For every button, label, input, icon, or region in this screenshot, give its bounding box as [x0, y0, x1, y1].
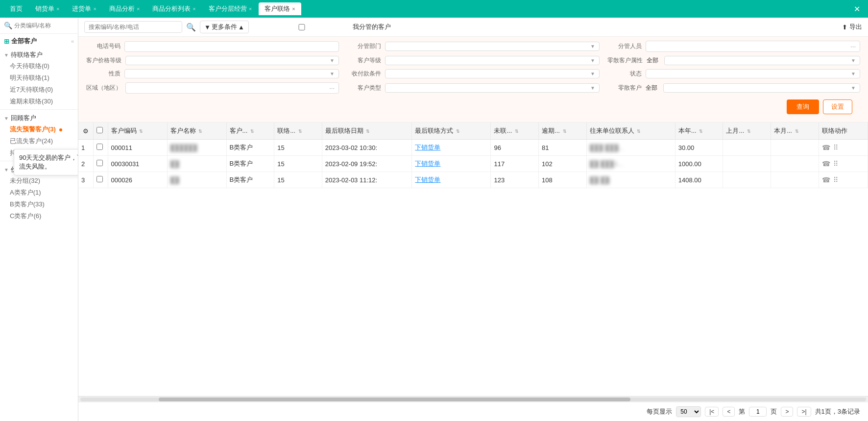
select-all-checkbox[interactable] [96, 127, 103, 133]
window-close-icon[interactable]: ✕ [850, 4, 864, 14]
close-icon[interactable]: × [249, 6, 252, 12]
sidebar-search-input[interactable] [14, 22, 78, 29]
sidebar-item-churn-warning[interactable]: 流失预警客户(3) [0, 124, 78, 135]
nav-tab-analysis[interactable]: 商品分析 × [103, 2, 145, 15]
contact-action-icon[interactable]: ☎ [822, 176, 830, 184]
export-button[interactable]: ⬆ 导出 [842, 23, 862, 31]
sort-icon[interactable]: ⇅ [563, 129, 567, 134]
row-this-month [771, 156, 819, 172]
row-checkbox[interactable] [96, 144, 103, 150]
row-last-month [723, 156, 771, 172]
person-select[interactable]: ··· [646, 41, 860, 52]
filter-row-1: 电话号码 分管部门 ▼ 分管人员 ··· [86, 41, 860, 52]
col-type: 客户... ⇅ [226, 123, 274, 140]
sort-icon[interactable]: ⇅ [637, 129, 641, 134]
pagination: 每页显示 50 20 100 |< < 第 页 > >| 共1页，3条记录 [78, 402, 868, 421]
sidebar-item-today[interactable]: 今天待联络(0) [0, 60, 78, 72]
sidebar-item-class-c[interactable]: C类客户(6) [0, 210, 78, 222]
close-icon[interactable]: × [56, 6, 59, 12]
contact-action-icon[interactable]: ☎ [822, 160, 830, 168]
sidebar-item-class-a[interactable]: A类客户(1) [0, 187, 78, 198]
close-icon[interactable]: × [137, 6, 140, 12]
row-overdue: 108 [539, 172, 587, 188]
page-number-input[interactable] [749, 407, 767, 417]
row-name: ██ [167, 172, 226, 188]
horizontal-scrollbar[interactable] [78, 396, 868, 402]
sort-icon[interactable]: ⇅ [699, 129, 703, 134]
customer-type-select[interactable]: ▼ [385, 83, 600, 93]
sidebar-group-review[interactable]: ▼ 回顾客户 [0, 112, 78, 124]
first-page-btn[interactable]: |< [705, 407, 719, 417]
nav-tab-purchase[interactable]: 进货单 × [66, 2, 102, 15]
row-contact-person: ██ ██ [586, 172, 675, 188]
sidebar-all-customers[interactable]: ⊞ 全部客户 « [0, 34, 78, 49]
search-input[interactable] [84, 21, 182, 33]
nav-tab-customer-contact[interactable]: 客户联络 × [259, 2, 301, 15]
ellipsis-icon[interactable]: ··· [329, 84, 335, 92]
content-area: 🔍 ▼ 更多条件 ▲ 我分管的客户 ⬆ 导出 电话号码 [78, 18, 868, 421]
filter-status-group: 状态 ▼ [607, 69, 860, 78]
nav-tab-analysis-list[interactable]: 商品分析列表 × [146, 2, 201, 15]
col-checkbox [93, 123, 108, 140]
close-icon[interactable]: × [93, 6, 96, 12]
next-page-btn[interactable]: > [781, 407, 793, 417]
sidebar-item-overdue[interactable]: 逾期未联络(30) [0, 96, 78, 107]
close-icon[interactable]: × [292, 6, 295, 12]
sidebar-item-7days[interactable]: 近7天待联络(0) [0, 84, 78, 96]
my-customers-checkbox[interactable] [253, 24, 351, 30]
my-customers-checkbox-group: 我分管的客户 [253, 23, 391, 31]
price-tier-select[interactable]: ▼ [125, 56, 339, 65]
more-action-icon[interactable]: ⠿ [833, 176, 838, 184]
query-button[interactable]: 查询 [787, 99, 819, 114]
region-select[interactable]: ··· [125, 82, 339, 94]
status-select[interactable]: ▼ [646, 69, 860, 78]
retail-customer-select[interactable]: ▼ [663, 83, 860, 93]
contact-action-icon[interactable]: ☎ [822, 144, 830, 151]
sort-icon[interactable]: ⇅ [250, 129, 254, 134]
sidebar-item-churned[interactable]: 已流失客户(24) [0, 135, 78, 147]
scrollbar-track [80, 397, 866, 401]
nav-tab-sales[interactable]: 销货单 × [29, 2, 65, 15]
sort-icon[interactable]: ⇅ [747, 129, 751, 134]
collapse-icon[interactable]: « [71, 38, 74, 44]
sort-icon[interactable]: ⇅ [139, 129, 143, 134]
scrollbar-thumb[interactable] [159, 397, 630, 401]
gender-select[interactable]: ▼ [124, 69, 339, 78]
sort-icon[interactable]: ⇅ [795, 129, 799, 134]
row-contact-person: ███ ███... [586, 140, 675, 156]
row-checkbox[interactable] [96, 160, 103, 166]
more-conditions-btn[interactable]: ▼ 更多条件 ▲ [200, 21, 249, 33]
sidebar-item-tomorrow[interactable]: 明天待联络(1) [0, 72, 78, 84]
sidebar-group-pending[interactable]: ▼ 待联络客户 [0, 49, 78, 60]
phone-input[interactable] [124, 41, 339, 52]
ellipsis-icon[interactable]: ··· [850, 43, 856, 50]
settings-icon[interactable]: ⚙ [83, 127, 89, 135]
sidebar-item-ungrouped[interactable]: 未分组(32) [0, 175, 78, 187]
search-button[interactable]: 🔍 [186, 23, 196, 32]
sort-icon[interactable]: ⇅ [456, 129, 460, 134]
retail-attr-select[interactable]: ▼ [664, 56, 860, 65]
dept-select[interactable]: ▼ [385, 42, 600, 51]
sort-icon[interactable]: ⇅ [298, 129, 302, 134]
settings-button[interactable]: 设置 [823, 99, 852, 114]
per-page-select[interactable]: 50 20 100 [676, 406, 701, 417]
sidebar-search-bar: 🔍 [0, 18, 78, 34]
col-last-contact-method: 最后联络方式 ⇅ [412, 123, 491, 140]
customer-level-select[interactable]: ▼ [385, 56, 600, 65]
row-checkbox[interactable] [96, 176, 103, 182]
row-last-contact-method: 下销货单 [412, 156, 491, 172]
sort-icon[interactable]: ⇅ [198, 129, 202, 134]
nav-home[interactable]: 首页 [4, 2, 28, 15]
more-action-icon[interactable]: ⠿ [833, 144, 838, 151]
col-contact: 联络... ⇅ [274, 123, 322, 140]
close-icon[interactable]: × [193, 6, 195, 12]
more-action-icon[interactable]: ⠿ [833, 160, 838, 168]
sidebar-item-class-b[interactable]: B类客户(33) [0, 198, 78, 210]
sort-icon[interactable]: ⇅ [515, 129, 519, 134]
prev-page-btn[interactable]: < [723, 407, 735, 417]
nav-tab-customer-tier[interactable]: 客户分层经营 × [203, 2, 258, 15]
sort-icon[interactable]: ⇅ [366, 129, 370, 134]
payment-select[interactable]: ▼ [385, 69, 600, 78]
last-page-btn[interactable]: >| [797, 407, 811, 417]
col-name: 客户名称 ⇅ [167, 123, 226, 140]
